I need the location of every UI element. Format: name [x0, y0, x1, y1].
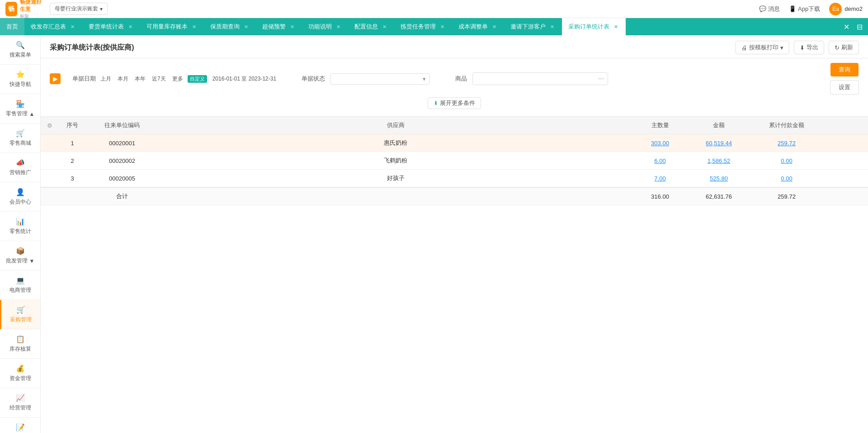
top-bar: 畅 畅捷通好生意 标版 母婴行业演示账套 ▾ 💬 消息 📱 App下载 Ea d… [0, 0, 868, 18]
user-area[interactable]: Ea demo2 [829, 3, 863, 15]
settings-icon[interactable]: ⚙ [47, 122, 52, 129]
tab-goods-stat[interactable]: 要货单统计表 ✕ [82, 18, 140, 35]
col-settings[interactable]: ⚙ [41, 117, 59, 134]
workspace-selector[interactable]: 母婴行业演示账套 ▾ [50, 3, 108, 15]
content-area: 采购订单统计表(按供应商) 🖨 按模板打印 ▾ ⬇ 导出 ↻ 刷新 [41, 35, 868, 433]
page-title: 采购订单统计表(按供应商) [50, 43, 134, 52]
toggle-filter-btn[interactable]: ▶ [50, 73, 61, 84]
sidebar-item-operation[interactable]: 📈 经营管理 [0, 388, 40, 418]
tab-function[interactable]: 功能说明 ✕ [302, 18, 348, 35]
tab-home[interactable]: 首页 [0, 18, 24, 35]
sidebar-item-wholesale[interactable]: 📦 批发管理 ▼ [0, 241, 40, 271]
status-select[interactable]: ▾ [330, 73, 430, 85]
table-container: ⚙ 序号 往来单位编码 供应商 主数量 金额 累计付款金额 [41, 117, 868, 433]
close-tab-receive[interactable]: ✕ [69, 23, 76, 30]
row3-no: 3 [59, 170, 86, 188]
tab-purchase-stat[interactable]: 采购订单统计表 ✕ [562, 18, 626, 35]
chevron-down-icon2: ▼ [29, 258, 35, 264]
shortcut-more[interactable]: 更多 [170, 74, 185, 84]
goods-filter: 商品 ··· [455, 72, 608, 85]
row3-amount[interactable]: 525.80 [687, 170, 750, 188]
export-button[interactable]: ⬇ 导出 [794, 41, 824, 54]
sidebar-item-purchase[interactable]: 🛒 采购管理 [0, 300, 40, 329]
status-filter: 单据状态 ▾ [302, 73, 430, 85]
store-icon: 🏪 [16, 100, 25, 108]
refresh-icon: ↻ [835, 44, 840, 51]
shortcut-7days[interactable]: 近7天 [150, 74, 168, 84]
sidebar-item-quick-nav[interactable]: ⭐ 快捷导航 [0, 65, 40, 94]
goods-input-wrapper[interactable]: ··· [472, 72, 608, 85]
close-all-tabs-btn[interactable]: ✕ [842, 22, 851, 32]
shop-icon: 🛒 [16, 129, 25, 138]
shortcut-prev-month[interactable]: 上月 [99, 74, 113, 84]
operation-icon: 📈 [16, 394, 25, 402]
print-button[interactable]: 🖨 按模板打印 ▾ [736, 41, 789, 54]
col-supplier: 供应商 [158, 117, 633, 134]
query-button[interactable]: 查询 [830, 63, 859, 76]
sidebar-item-retail-stat[interactable]: 📊 零售统计 [0, 212, 40, 241]
logo-area: 畅 畅捷通好生意 标版 [5, 0, 46, 19]
tab-cost[interactable]: 成本调整单 ✕ [452, 18, 504, 35]
sidebar-item-inventory-check[interactable]: 📋 库存核算 [0, 329, 40, 359]
close-tab-function[interactable]: ✕ [335, 23, 342, 30]
tab-config[interactable]: 配置信息 ✕ [348, 18, 394, 35]
shortcut-this-month[interactable]: 本月 [116, 74, 130, 84]
tab-overstock[interactable]: 超储预警 ✕ [256, 18, 302, 35]
close-tab-config[interactable]: ✕ [381, 23, 388, 30]
close-tab-pickup[interactable]: ✕ [439, 23, 446, 30]
row3-settings [41, 170, 59, 188]
close-tab-invite[interactable]: ✕ [548, 23, 556, 30]
sidebar-item-retail[interactable]: 🏪 零售管理 ▲ [0, 94, 40, 124]
capital-icon: 💰 [16, 364, 25, 373]
table-row: 1 00020001 惠氏奶粉 303.00 60,519.44 259.72 [41, 134, 868, 152]
sidebar-item-member[interactable]: 👤 会员中心 [0, 182, 40, 212]
sidebar-item-capital[interactable]: 💰 资金管理 [0, 359, 40, 388]
app-download-btn[interactable]: 📱 App下载 [789, 5, 820, 13]
col-qty: 主数量 [633, 117, 687, 134]
row3-qty[interactable]: 7.00 [633, 170, 687, 188]
row1-extra [823, 134, 868, 152]
footer-extra [823, 187, 868, 205]
custom-date-tag[interactable]: 自定义 [188, 75, 207, 83]
sidebar-item-ecommerce[interactable]: 💻 电商管理 [0, 271, 40, 300]
tab-invite[interactable]: 邀请下游客户 ✕ [504, 18, 562, 35]
row1-settings [41, 134, 59, 152]
sidebar-item-marketing[interactable]: 📣 营销推广 [0, 153, 40, 182]
basic-icon: 📝 [16, 423, 25, 432]
row2-supplier: 飞鹤奶粉 [158, 152, 633, 170]
sidebar-item-retail-shop[interactable]: 🛒 零售商城 [0, 124, 40, 153]
shortcut-this-year[interactable]: 本年 [133, 74, 147, 84]
close-tab-overstock[interactable]: ✕ [288, 23, 296, 30]
goods-more-btn[interactable]: ··· [598, 75, 604, 83]
refresh-button[interactable]: ↻ 刷新 [829, 41, 859, 54]
row1-qty[interactable]: 303.00 [633, 134, 687, 152]
minimize-btn[interactable]: ⊟ [855, 22, 864, 32]
row2-amount[interactable]: 1,586.52 [687, 152, 750, 170]
message-btn[interactable]: 💬 消息 [759, 5, 780, 13]
row3-paid[interactable]: 0.00 [750, 170, 823, 188]
row2-qty[interactable]: 6.00 [633, 152, 687, 170]
close-tab-expiry[interactable]: ✕ [242, 23, 250, 30]
tab-pickup[interactable]: 拣货任务管理 ✕ [394, 18, 452, 35]
tab-inventory[interactable]: 可用量库存账本 ✕ [140, 18, 204, 35]
main-layout: 🔍 搜索菜单 ⭐ 快捷导航 🏪 零售管理 ▲ 🛒 零售商城 📣 营销推广 👤 会… [0, 35, 868, 433]
tab-expiry[interactable]: 保质期查询 ✕ [204, 18, 256, 35]
row2-extra [823, 152, 868, 170]
row1-paid[interactable]: 259.72 [750, 134, 823, 152]
close-tab-inventory[interactable]: ✕ [190, 23, 198, 30]
printer-icon: 🖨 [741, 44, 747, 51]
date-range-display: 2016-01-01 至 2023-12-31 [212, 75, 276, 83]
row2-paid[interactable]: 0.00 [750, 152, 823, 170]
close-tab-goods-stat[interactable]: ✕ [127, 23, 134, 30]
sidebar-item-search[interactable]: 🔍 搜索菜单 [0, 35, 40, 65]
row1-amount[interactable]: 60,519.44 [687, 134, 750, 152]
close-tab-purchase-stat[interactable]: ✕ [612, 23, 619, 30]
close-tab-cost[interactable]: ✕ [491, 23, 498, 30]
expand-more-btn[interactable]: ⬇ 展开更多条件 [428, 97, 481, 109]
tab-receive[interactable]: 收发存汇总表 ✕ [24, 18, 82, 35]
col-no: 序号 [59, 117, 86, 134]
sidebar-item-basic[interactable]: 📝 基础信息 [0, 418, 40, 433]
setting-button[interactable]: 设置 [830, 80, 859, 95]
row3-unit-code: 00020005 [86, 170, 158, 188]
table-row: 2 00020002 飞鹤奶粉 6.00 1,586.52 0.00 [41, 152, 868, 170]
